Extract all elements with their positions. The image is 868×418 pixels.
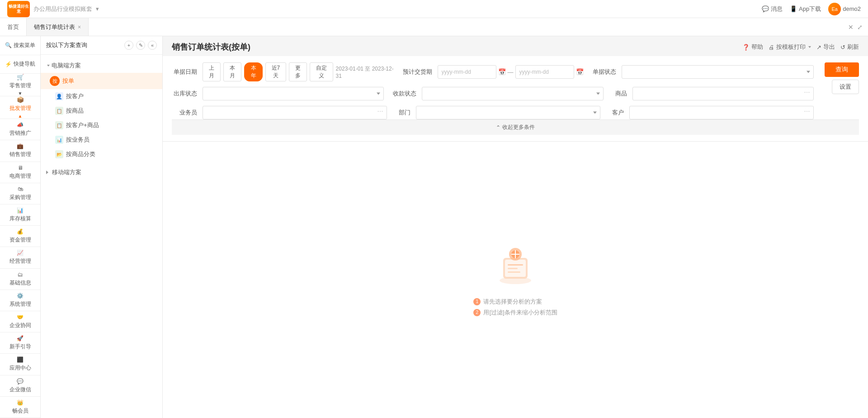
main-layout: 🔍 搜索菜单 ⚡ 快捷导航 🛒 零售管理 ▼ 📦 批发管理 ▲ 📣 营销推广 💼…	[0, 36, 868, 418]
sidebar-item-marketing[interactable]: 📣 营销推广	[0, 119, 40, 140]
customer-input[interactable]	[629, 106, 814, 119]
sidebar-item-wechat[interactable]: 💬 企业微信	[0, 375, 40, 397]
left-panel: 按以下方案查询 + ✎ « 电脑端方案 按 按单	[41, 36, 163, 418]
print-btn[interactable]: 🖨 按模板打印	[769, 43, 811, 51]
date-btn-this-year[interactable]: 本年	[244, 62, 262, 81]
window-close-icon[interactable]: ✕	[848, 24, 854, 31]
tree-item-by-category[interactable]: 📂 按商品分类	[41, 147, 162, 162]
date-btn-last-7[interactable]: 近7天	[265, 62, 286, 81]
tab-close-icon[interactable]: ×	[78, 24, 81, 30]
sidebar-item-operations[interactable]: 📈 经营管理	[0, 247, 40, 268]
delivery-select[interactable]	[203, 87, 384, 100]
user-menu[interactable]: Ea demo2	[828, 3, 861, 15]
collapse-bar[interactable]: ⌃ 收起更多条件	[172, 119, 859, 135]
settings-button[interactable]: 设置	[832, 80, 859, 94]
salesperson-input[interactable]	[203, 106, 387, 119]
customer-label: 客户	[606, 109, 624, 117]
date-btn-more[interactable]: 更多	[289, 62, 307, 81]
goods-more-icon[interactable]: …	[804, 87, 810, 94]
department-label: 部门	[392, 109, 410, 117]
tree-item-by-customer-goods[interactable]: 📋 按客户+商品	[41, 118, 162, 133]
tree-section-mobile[interactable]: 移动端方案	[41, 165, 162, 180]
sidebar-item-sales[interactable]: 💼 销售管理	[0, 140, 40, 162]
forecast-date-end[interactable]	[515, 65, 574, 79]
export-btn[interactable]: ↗ 导出	[816, 43, 835, 51]
message-btn[interactable]: 💬 消息	[762, 5, 783, 13]
refresh-btn[interactable]: ↺ 刷新	[840, 43, 859, 51]
sidebar-item-wholesale[interactable]: 📦 批发管理 ▲	[0, 96, 40, 119]
salesperson-more-icon[interactable]: …	[377, 106, 383, 113]
tree-item-by-customer[interactable]: 👤 按客户	[41, 89, 162, 104]
empty-tip-2: 2 用[过滤]条件来缩小分析范围	[473, 309, 557, 317]
window-maximize-icon[interactable]: ⤢	[857, 24, 863, 31]
refresh-icon: ↺	[840, 44, 845, 51]
sidebar-nav[interactable]: ⚡ 快捷导航	[0, 55, 40, 74]
tip-num-2: 2	[473, 309, 481, 316]
customer-more-icon[interactable]: …	[804, 106, 810, 113]
sidebar-search[interactable]: 🔍 搜索菜单	[0, 36, 40, 55]
sidebar-item-guide[interactable]: 🚀 新手引导	[0, 332, 40, 354]
tab-window-controls: ✕ ⤢	[843, 24, 868, 31]
tree-section-desktop-label: 电脑端方案	[52, 62, 81, 70]
tree-item-by-goods[interactable]: 📋 按商品	[41, 104, 162, 118]
tree-section-desktop[interactable]: 电脑端方案	[41, 58, 162, 73]
goods-field: …	[632, 87, 814, 100]
forecast-date-start[interactable]	[438, 65, 496, 79]
empty-illustration	[491, 241, 540, 290]
tree-item-by-order[interactable]: 按 按单	[41, 73, 162, 89]
calendar-start-icon[interactable]: 📅	[498, 68, 506, 76]
department-select[interactable]	[416, 106, 600, 119]
help-btn[interactable]: ❓ 帮助	[742, 43, 763, 51]
date-btn-last-month[interactable]: 上月	[203, 62, 221, 81]
tree-item-by-salesperson[interactable]: 📊 按业务员	[41, 133, 162, 147]
sidebar-item-finance[interactable]: 💰 资金管理	[0, 226, 40, 247]
breadcrumb-dropdown-icon[interactable]: ▾	[96, 5, 99, 12]
app-download-btn[interactable]: 📱 App下载	[790, 5, 821, 13]
system-icon: ⚙️	[17, 293, 24, 299]
sidebar-item-purchase[interactable]: 🛍 采购管理	[0, 183, 40, 204]
empty-svg	[491, 241, 540, 290]
sidebar-item-enterprise[interactable]: 🤝 企业协同	[0, 311, 40, 332]
filter-row-1: 单据日期 上月 本月 本年 近7天 更多 自定义 2023-01-01 至 20…	[172, 62, 814, 81]
tab-active[interactable]: 销售订单统计表 ×	[27, 18, 89, 36]
collapse-label: 收起更多条件	[502, 124, 535, 131]
filter-row-2: 出库状态 收款状态 商品	[172, 87, 814, 100]
by-salesperson-label: 按业务员	[66, 136, 90, 144]
add-scheme-btn[interactable]: +	[124, 41, 133, 50]
payment-select[interactable]	[422, 87, 603, 100]
sidebar-item-system[interactable]: ⚙️ 系统管理	[0, 290, 40, 311]
date-range-display: 2023-01-01 至 2023-12-31	[336, 65, 395, 79]
goods-input[interactable]	[632, 87, 814, 100]
calendar-end-icon[interactable]: 📅	[576, 68, 584, 76]
sidebar-item-member[interactable]: 👑 畅会员	[0, 397, 40, 418]
date-btn-this-month[interactable]: 本月	[223, 62, 241, 81]
logo: 畅捷通好生意	[7, 1, 30, 17]
svg-rect-7	[508, 264, 523, 266]
nav-icon: ⚡	[5, 61, 12, 67]
left-panel-title: 按以下方案查询	[46, 41, 87, 49]
tree-container: 电脑端方案 按 按单 👤 按客户 📋 按商品	[41, 55, 162, 418]
svg-rect-9	[508, 271, 520, 273]
sidebar-item-basic[interactable]: 🗂 基础信息	[0, 269, 40, 290]
by-goods-icon: 📋	[55, 107, 63, 115]
basic-icon: 🗂	[18, 271, 23, 278]
sidebar-item-apps[interactable]: ⬛ 应用中心	[0, 354, 40, 375]
sidebar-item-inventory[interactable]: 📊 库存核算	[0, 204, 40, 226]
date-btn-custom[interactable]: 自定义	[310, 62, 333, 81]
right-panel: 销售订单统计表(按单) ❓ 帮助 🖨 按模板打印 ↗ 导出	[163, 36, 868, 418]
delivery-field	[203, 87, 384, 100]
tab-home[interactable]: 首页	[0, 18, 27, 36]
by-goods-label: 按商品	[66, 107, 84, 115]
collapse-panel-btn[interactable]: «	[148, 41, 157, 50]
forecast-date-label: 预计交货期	[401, 68, 432, 76]
query-button[interactable]: 查询	[825, 62, 859, 77]
by-order-icon: 按	[50, 76, 60, 86]
edit-scheme-btn[interactable]: ✎	[136, 41, 145, 50]
message-icon: 💬	[762, 5, 769, 12]
wholesale-expand-icon: ▲	[18, 114, 23, 119]
sidebar-item-ecommerce[interactable]: 🖥 电商管理	[0, 162, 40, 183]
topbar-left: 畅捷通好生意 办公用品行业模拟账套 ▾	[7, 1, 99, 17]
status-select[interactable]	[622, 65, 814, 79]
purchase-icon: 🛍	[18, 186, 23, 192]
sidebar-item-retail[interactable]: 🛒 零售管理 ▼	[0, 74, 40, 96]
